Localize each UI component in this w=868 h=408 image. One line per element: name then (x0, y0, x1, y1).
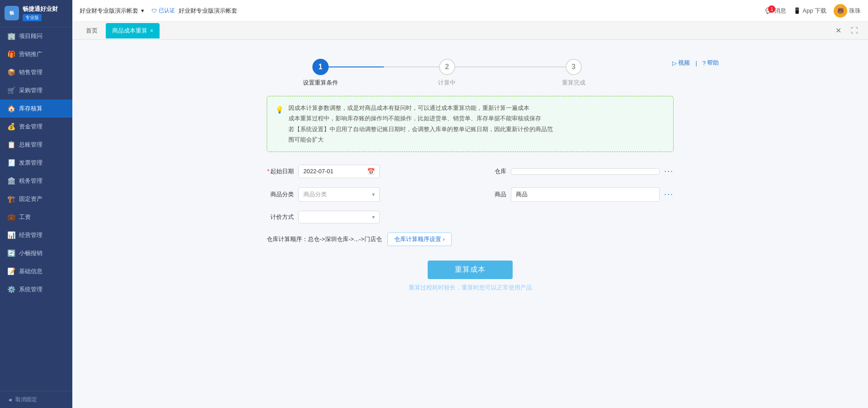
accounting-icon: 📋 (7, 141, 15, 149)
tab-home-label: 首页 (86, 27, 98, 35)
category-select[interactable]: 商品分类 ▾ (298, 187, 380, 202)
chevron-right-icon: › (443, 236, 445, 242)
step-1-label: 设置重算条件 (303, 79, 338, 87)
sidebar-item-label: 采购管理 (19, 86, 42, 95)
user-profile[interactable]: 🐻 珠珠 (834, 4, 861, 18)
start-date-value: 2022-07-01 (303, 168, 363, 175)
sidebar-item-label: 项目顾问 (19, 32, 42, 40)
form-row-2: 商品分类 商品分类 ▾ 商品 商品 ··· (267, 187, 674, 202)
play-icon: ▷ (672, 60, 677, 66)
goods-placeholder: 商品 (516, 190, 655, 199)
app-edition-badge: 专业版 (23, 14, 42, 21)
account-name: 好业财专业版演示帐套 (80, 7, 138, 15)
sidebar-item-payroll[interactable]: 💼工资 (0, 208, 72, 226)
goods-group: 商品 商品 ··· (479, 187, 674, 202)
sidebar-item-accounting[interactable]: 📋总账管理 (0, 136, 72, 154)
close-panel-button[interactable]: ✕ (832, 24, 844, 37)
warehouse-order-settings-button[interactable]: 仓库计算顺序设置 › (387, 232, 452, 246)
tab-home[interactable]: 首页 (80, 23, 104, 38)
message-label: 消息 (774, 7, 786, 15)
tab-recalculate[interactable]: 商品成本重算 × (106, 23, 160, 38)
sidebar-item-label: 固定资产 (19, 195, 42, 203)
info-line-2: 成本重算过程中，影响库存账的操作均不能操作，比如进货单、销货单、库存单据不能审核… (288, 113, 553, 123)
warehouse-more-icon[interactable]: ··· (664, 166, 674, 176)
mobile-icon: 📱 (793, 7, 801, 14)
submit-area: 重算成本 重算过程耗时较长，重算时您可以正常使用产品 (267, 261, 674, 292)
step-1: 1 设置重算条件 (257, 59, 384, 87)
operation-icon: 📊 (7, 231, 15, 239)
topbar-left: 好业财专业版演示帐套 ▾ 🛡 已认证 好业财专业版演示帐套 (80, 7, 760, 15)
sidebar-item-invoice[interactable]: 🧾发票管理 (0, 154, 72, 172)
price-method-label: 计价方式 (267, 213, 294, 221)
goods-more-icon[interactable]: ··· (664, 190, 674, 199)
sidebar-nav: 🏢项目顾问🎁营销推广📦销售管理🛒采购管理🏠库存核算💰资金管理📋总账管理🧾发票管理… (0, 27, 72, 391)
sidebar-item-system[interactable]: ⚙️系统管理 (0, 280, 72, 299)
tab-close-icon[interactable]: × (150, 28, 153, 33)
sidebar-item-tax[interactable]: 🏛️税务管理 (0, 172, 72, 190)
sidebar-item-label: 经营管理 (19, 231, 42, 239)
finance-icon: 💰 (7, 123, 15, 131)
sidebar-item-finance[interactable]: 💰资金管理 (0, 118, 72, 136)
goods-input[interactable]: 商品 (511, 187, 660, 202)
sidebar: 畅 畅捷通好业财 专业版 🏢项目顾问🎁营销推广📦销售管理🛒采购管理🏠库存核算💰资… (0, 0, 72, 408)
warehouse-input[interactable] (511, 168, 660, 175)
sidebar-item-expense[interactable]: 🔄小畅报销 (0, 244, 72, 262)
inventory-icon: 🏠 (7, 104, 15, 113)
recalculate-button[interactable]: 重算成本 (428, 261, 513, 279)
sidebar-item-project[interactable]: 🏢项目顾问 (0, 27, 72, 45)
price-method-group: 计价方式 ▾ (267, 211, 461, 223)
start-date-input[interactable]: 2022-07-01 📅 (298, 165, 380, 178)
info-line-3: 若【系统设置】中启用了自动调整记账日期时，会调整入库单的整单记账日期，因此重新计… (288, 124, 553, 134)
account-selector[interactable]: 好业财专业版演示帐套 ▾ (80, 7, 144, 15)
sidebar-item-sales[interactable]: 📦销售管理 (0, 63, 72, 81)
info-line-4: 围可能会扩大 (288, 134, 553, 145)
sidebar-item-operation[interactable]: 📊经营管理 (0, 226, 72, 244)
tax-icon: 🏛️ (7, 177, 15, 185)
info-line-1: 因成本计算参数调整，或是对商品成本有疑问时，可以通过成本重算功能，重新计算一遍成… (288, 103, 553, 113)
marketing-icon: 🎁 (7, 50, 15, 58)
sidebar-item-label: 工资 (19, 213, 31, 221)
notification-badge: 💬 1 (765, 7, 773, 14)
system-icon: ⚙️ (7, 285, 15, 294)
sidebar-footer-unpin[interactable]: ◄ 取消固定 (0, 391, 72, 408)
tabbar-actions: ✕ ⛶ (832, 24, 861, 37)
sidebar-item-label: 资金管理 (19, 123, 42, 131)
app-download-action[interactable]: 📱 App 下载 (793, 7, 826, 15)
price-method-select[interactable]: ▾ (298, 211, 380, 223)
app-title: 畅捷通好业财 (23, 5, 58, 13)
expense-icon: 🔄 (7, 249, 15, 257)
sidebar-item-label: 销售管理 (19, 68, 42, 76)
sidebar-item-marketing[interactable]: 🎁营销推广 (0, 45, 72, 63)
sidebar-item-label: 小畅报销 (19, 249, 42, 257)
maximize-button[interactable]: ⛶ (848, 24, 861, 37)
app-download-label: App 下载 (802, 7, 826, 15)
message-action[interactable]: 💬 1 消息 (765, 7, 786, 15)
step-line-2-left (384, 66, 447, 67)
sidebar-item-label: 发票管理 (19, 159, 42, 167)
invoice-icon: 🧾 (7, 159, 15, 167)
content-area: 1 设置重算条件 2 计算中 (72, 40, 868, 408)
sidebar-item-purchase[interactable]: 🛒采购管理 (0, 81, 72, 100)
main-area: 好业财专业版演示帐套 ▾ 🛡 已认证 好业财专业版演示帐套 💬 1 消息 📱 A… (72, 0, 868, 408)
start-date-label: *起始日期 (267, 167, 294, 176)
sidebar-item-label: 库存核算 (19, 104, 42, 113)
sidebar-item-basic[interactable]: 📝基础信息 (0, 262, 72, 280)
sidebar-item-asset[interactable]: 🏗️固定资产 (0, 190, 72, 208)
form-row-1: *起始日期 2022-07-01 📅 仓库 ··· (267, 165, 674, 178)
step-line-1-right (321, 66, 384, 67)
sidebar-item-inventory[interactable]: 🏠库存核算 (0, 100, 72, 118)
verified-badge: 🛡 已认证 (151, 7, 175, 14)
stepper: 1 设置重算条件 2 计算中 (222, 54, 672, 87)
calendar-icon[interactable]: 📅 (367, 168, 375, 175)
warehouse-order-label: 仓库计算顺序：总仓->深圳仓库->...->门店仓 (267, 235, 382, 243)
unpin-icon: ◄ (7, 397, 13, 403)
avatar: 🐻 (834, 4, 847, 18)
warehouse-order-row: 仓库计算顺序：总仓->深圳仓库->...->门店仓 仓库计算顺序设置 › (267, 232, 674, 246)
video-link[interactable]: ▷ 视频 (672, 59, 690, 67)
question-icon: ? (703, 60, 706, 66)
sidebar-item-label: 基础信息 (19, 267, 42, 275)
goods-label: 商品 (479, 190, 506, 199)
user-name: 珠珠 (849, 7, 861, 15)
category-label: 商品分类 (267, 190, 294, 199)
help-link[interactable]: ? 帮助 (703, 59, 719, 67)
